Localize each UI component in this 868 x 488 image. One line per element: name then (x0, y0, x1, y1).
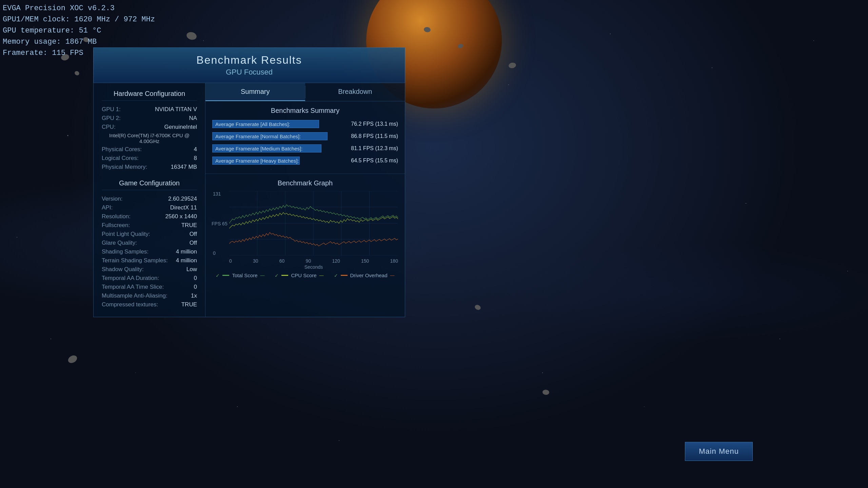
bench-row-heavy: Average Framerate [Heavy Batches]: 64.5 … (212, 156, 398, 165)
bench-value-normal: 86.8 FPS (11.5 ms) (337, 133, 398, 139)
terrain-value: 4 million (176, 257, 197, 264)
content-area: Hardware Configuration GPU 1: NVIDIA TIT… (93, 83, 405, 317)
compressed-value: TRUE (181, 301, 197, 308)
physical-cores-label: Physical Cores: (102, 146, 142, 153)
legend-total-label: Total Score (232, 272, 257, 278)
fullscreen-value: TRUE (181, 222, 197, 229)
temporal-aa-ts-value: 0 (194, 284, 197, 290)
left-panel: Hardware Configuration GPU 1: NVIDIA TIT… (94, 83, 205, 317)
bench-row-medium: Average Framerate [Medium Batches]: 81.1… (212, 144, 398, 153)
compressed-row: Compressed textures: TRUE (102, 301, 197, 308)
bench-bar-normal: Average Framerate [Normal Batches]: (212, 132, 328, 140)
x-label-30: 30 (253, 258, 258, 264)
tab-breakdown[interactable]: Breakdown (305, 83, 405, 101)
temporal-aa-dur-label: Temporal AA Duration: (102, 275, 159, 282)
graph-svg (229, 191, 398, 256)
cpu-row: CPU: GenuineIntel (102, 124, 197, 130)
point-light-row: Point Light Quality: Off (102, 231, 197, 238)
legend-driver-check: ✓ (334, 273, 338, 278)
physical-memory-row: Physical Memory: 16347 MB (102, 164, 197, 170)
main-container: Benchmark Results GPU Focused Hardware C… (93, 47, 405, 317)
legend-cpu-bar: — (319, 273, 324, 278)
physical-memory-value: 16347 MB (171, 164, 197, 170)
api-row: API: DirectX 11 (102, 204, 197, 211)
main-menu-button[interactable]: Main Menu (685, 442, 753, 461)
bench-bar-all: Average Framerate [All Batches]: (212, 120, 319, 128)
sub-title: GPU Focused (104, 68, 395, 77)
hud-gpu-clock: GPU1/MEM clock: 1620 MHz / 972 MHz (3, 14, 155, 25)
shading-label: Shading Samples: (102, 248, 149, 255)
legend-total-check: ✓ (216, 273, 220, 278)
bench-value-medium: 81.1 FPS (12.3 ms) (337, 145, 398, 151)
bench-row-normal: Average Framerate [Normal Batches]: 86.8… (212, 131, 398, 141)
msaa-label: Multisample Anti-Aliasing: (102, 292, 167, 299)
shadow-value: Low (186, 266, 197, 273)
cpu-value: GenuineIntel (164, 124, 197, 130)
legend-driver-color (341, 275, 348, 276)
bench-row-all: Average Framerate [All Batches]: 76.2 FP… (212, 119, 398, 129)
x-label-90: 90 (306, 258, 311, 264)
msaa-value: 1x (191, 292, 197, 299)
logical-cores-row: Logical Cores: 8 (102, 155, 197, 162)
title-bar: Benchmark Results GPU Focused (93, 47, 405, 83)
shadow-label: Shadow Quality: (102, 266, 144, 273)
glare-label: Glare Quality: (102, 240, 137, 246)
bench-label-normal: Average Framerate [Normal Batches]: (215, 134, 301, 139)
x-label-150: 150 (361, 258, 369, 264)
temporal-aa-dur-row: Temporal AA Duration: 0 (102, 275, 197, 282)
msaa-row: Multisample Anti-Aliasing: 1x (102, 292, 197, 299)
legend-cpu-score: ✓ CPU Score — (275, 272, 323, 278)
terrain-label: Terrain Shading Samples: (102, 257, 168, 264)
hud-app: EVGA Precision XOC v6.2.3 (3, 3, 155, 14)
bench-bar-normal-container: Average Framerate [Normal Batches]: (212, 132, 334, 140)
y-label-min: 0 (213, 250, 216, 256)
benchmark-summary-title: Benchmarks Summary (212, 107, 398, 115)
graph-title: Benchmark Graph (212, 179, 398, 187)
tab-summary[interactable]: Summary (205, 83, 305, 101)
bench-bar-all-container: Average Framerate [All Batches]: (212, 120, 334, 128)
bench-value-all: 76.2 FPS (13.1 ms) (337, 121, 398, 127)
fullscreen-row: Fullscreen: TRUE (102, 222, 197, 229)
hardware-config-title: Hardware Configuration (102, 90, 197, 101)
cpu-detail: Intel(R) Core(TM) i7-6700K CPU @ 4.00GHz (102, 133, 197, 144)
shading-value: 4 million (176, 248, 197, 255)
gpu1-label: GPU 1: (102, 106, 121, 113)
main-title: Benchmark Results (104, 54, 395, 66)
physical-memory-label: Physical Memory: (102, 164, 147, 170)
hud-gpu-temp: GPU temperature: 51 °C (3, 25, 155, 36)
legend-total-score: ✓ Total Score — (216, 272, 264, 278)
x-label-180: 180 (390, 258, 398, 264)
cpu-detail-row: Intel(R) Core(TM) i7-6700K CPU @ 4.00GHz (102, 133, 197, 144)
x-label-0: 0 (229, 258, 232, 264)
graph-legend: ✓ Total Score — ✓ CPU Score — ✓ D (212, 272, 398, 278)
point-light-label: Point Light Quality: (102, 231, 150, 238)
x-axis-label: Seconds (229, 264, 398, 270)
bench-label-heavy: Average Framerate [Heavy Batches]: (215, 158, 299, 164)
physical-cores-value: 4 (194, 146, 197, 153)
gpu2-row: GPU 2: NA (102, 115, 197, 122)
right-panel: Summary Breakdown Benchmarks Summary Ave… (205, 83, 405, 317)
logical-cores-label: Logical Cores: (102, 155, 139, 162)
bench-bar-medium: Average Framerate [Medium Batches]: (212, 144, 321, 152)
legend-driver-label: Driver Overhead (350, 272, 388, 278)
legend-total-color (222, 275, 229, 276)
version-label: Version: (102, 196, 122, 202)
bench-bar-heavy: Average Framerate [Heavy Batches]: (212, 157, 300, 165)
graph-wrapper: 131 FPS 65 0 (229, 191, 398, 257)
y-label-max: 131 (213, 191, 221, 197)
x-labels: 0 30 60 90 120 150 180 (229, 258, 398, 264)
bench-label-all: Average Framerate [All Batches]: (215, 121, 290, 127)
bottom-bar: Main Menu (685, 442, 753, 461)
glare-value: Off (190, 240, 197, 246)
legend-cpu-color (281, 275, 288, 276)
version-value: 2.60.29524 (168, 196, 197, 202)
point-light-value: Off (190, 231, 197, 238)
legend-driver-bar: — (390, 273, 395, 278)
gpu1-row: GPU 1: NVIDIA TITAN V (102, 106, 197, 113)
shading-row: Shading Samples: 4 million (102, 248, 197, 255)
api-value: DirectX 11 (170, 204, 197, 211)
logical-cores-value: 8 (194, 155, 197, 162)
gpu2-label: GPU 2: (102, 115, 121, 122)
bench-value-heavy: 64.5 FPS (15.5 ms) (337, 158, 398, 164)
resolution-label: Resolution: (102, 213, 131, 220)
